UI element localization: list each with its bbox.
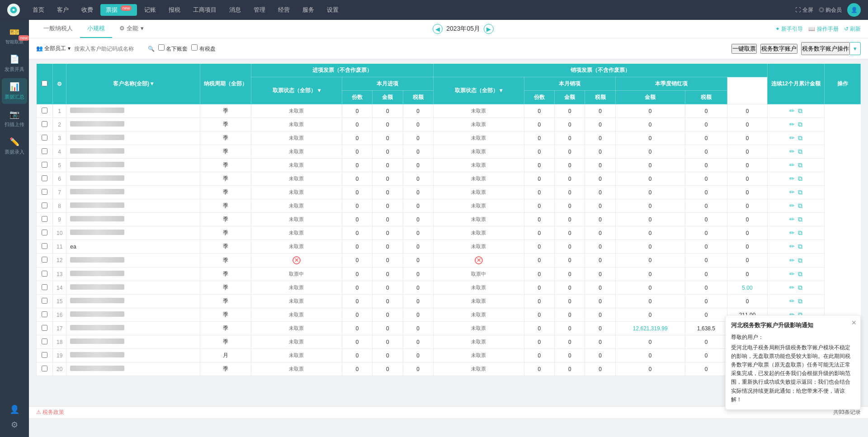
nav-service[interactable]: 服务 [297,4,320,16]
new-guide-btn[interactable]: ✦ 新手引导 [775,25,803,33]
row-checkbox[interactable] [42,338,47,344]
row-checkbox[interactable] [42,175,47,181]
row-checkbox[interactable] [42,135,47,141]
row-checkbox[interactable] [42,325,47,331]
edit-btn[interactable]: ✏ [789,188,795,196]
copy-btn[interactable]: ⧉ [798,161,802,169]
tax-policy-link[interactable]: ⚠ 税务政策 [36,409,64,416]
search-input[interactable] [74,46,146,52]
user-avatar[interactable]: 👤 [847,3,861,17]
copy-btn[interactable]: ⧉ [798,148,802,155]
copy-btn[interactable]: ⧉ [798,270,802,277]
nav-business[interactable]: 工商项目 [188,4,222,16]
nav-tax[interactable]: 报税 [163,4,186,16]
row-checkbox[interactable] [42,216,47,222]
copy-btn[interactable]: ⧉ [798,107,802,114]
sidebar-item-invoice-entry[interactable]: ✏️ 票据录入 [2,133,27,159]
copy-btn[interactable]: ⧉ [798,297,802,305]
sidebar-settings-btn[interactable]: ⚙ [11,420,18,430]
period-prev-btn[interactable]: ◀ [433,24,443,34]
sidebar-item-invoice-summary[interactable]: 📊 票据汇总 [2,78,27,104]
nav-home[interactable]: 首页 [27,4,50,16]
manual-btn[interactable]: 📖 操作手册 [808,25,838,33]
row-in-amount: 0 [373,349,403,362]
row-checkbox[interactable] [42,311,47,317]
nav-message[interactable]: 消息 [224,4,246,16]
edit-btn[interactable]: ✏ [789,297,795,305]
row-checkbox[interactable] [42,366,47,371]
nav-invoice[interactable]: 票据 new [100,4,137,16]
search-icon[interactable]: 🔍 [148,46,155,52]
my-account-filter[interactable]: 名下账套 [158,44,188,53]
row-checkbox[interactable] [42,271,47,277]
my-account-checkbox[interactable] [158,44,165,51]
sum12m-link[interactable]: 5.00 [742,285,752,291]
period-next-btn[interactable]: ▶ [484,24,494,34]
row-checkbox[interactable] [42,148,47,154]
copy-btn[interactable]: ⧉ [798,121,802,128]
has-taxdisk-filter[interactable]: 有税盘 [191,44,215,53]
copy-btn[interactable]: ⧉ [798,188,802,196]
row-checkbox[interactable] [42,257,47,263]
tab-small-scale[interactable]: 小规模 [80,20,112,38]
select-all-checkbox[interactable] [42,80,47,86]
nav-manage[interactable]: 管理 [248,4,271,16]
nav-settings[interactable]: 设置 [321,4,344,16]
edit-btn[interactable]: ✏ [789,175,795,182]
nav-operation[interactable]: 经营 [273,4,295,16]
edit-btn[interactable]: ✏ [789,216,795,223]
copy-btn[interactable]: ⧉ [798,243,802,250]
copy-btn[interactable]: ⧉ [798,216,802,223]
copy-btn[interactable]: ⧉ [798,284,802,291]
sidebar-item-smart-ticket[interactable]: 🎫 智能取票 new [2,23,27,49]
row-checkbox[interactable] [42,352,47,358]
sidebar-user-btn[interactable]: 👤 [9,404,19,414]
edit-btn[interactable]: ✏ [789,284,795,291]
copy-btn[interactable]: ⧉ [798,134,802,141]
row-checkbox[interactable] [42,298,47,304]
tab-all-ability[interactable]: ⚙ 全能 ▾ [112,20,151,38]
edit-btn[interactable]: ✏ [789,257,795,264]
member-btn[interactable]: ◎ 购会员 [819,6,842,14]
row-checkbox[interactable] [42,230,47,235]
red-amount-link[interactable]: 12,621,319.99 [633,325,668,332]
row-number: 20 [53,362,66,376]
has-taxdisk-checkbox[interactable] [191,44,198,51]
edit-btn[interactable]: ✏ [789,107,795,114]
row-checkbox[interactable] [42,284,47,290]
digital-account-btn[interactable]: 税务数字账户 [760,44,797,54]
row-checkbox[interactable] [42,243,47,249]
edit-btn[interactable]: ✏ [789,121,795,128]
one-key-ticket-btn[interactable]: 一键取票 [731,44,757,54]
edit-btn[interactable]: ✏ [789,243,795,250]
row-checkbox[interactable] [42,108,47,113]
notification-close-btn[interactable]: ✕ [851,319,857,326]
copy-btn[interactable]: ⧉ [798,175,802,182]
edit-btn[interactable]: ✏ [789,134,795,141]
nav-bookkeeping[interactable]: 记账 [139,4,161,16]
row-checkbox[interactable] [42,162,47,168]
nav-fee[interactable]: 收费 [76,4,99,16]
digital-ops-btn[interactable]: 税务数字账户操作 [801,42,850,55]
sidebar-item-invoice-open[interactable]: 📄 发票开具 [2,51,27,76]
digital-ops-dropdown-btn[interactable]: ▾ [850,42,861,55]
row-checkbox[interactable] [42,121,47,127]
edit-btn[interactable]: ✏ [789,161,795,169]
edit-btn[interactable]: ✏ [789,202,795,209]
tab-general-taxpayer[interactable]: 一般纳税人 [36,20,80,38]
fullscreen-btn[interactable]: ⛶ 全屏 [795,6,813,14]
row-checkbox-cell [37,199,53,213]
edit-btn[interactable]: ✏ [789,229,795,236]
edit-btn[interactable]: ✏ [789,270,795,277]
row-checkbox-cell [37,172,53,186]
staff-select[interactable]: 👥 全部员工 ▾ [36,45,71,52]
sidebar-item-scan-upload[interactable]: 📷 扫描上传 [2,106,27,132]
row-checkbox[interactable] [42,202,47,208]
row-checkbox[interactable] [42,189,47,195]
nav-client[interactable]: 客户 [52,4,74,16]
edit-btn[interactable]: ✏ [789,148,795,155]
copy-btn[interactable]: ⧉ [798,229,802,236]
copy-btn[interactable]: ⧉ [798,202,802,209]
refresh-btn[interactable]: ↺ 刷新 [844,25,861,33]
copy-btn[interactable]: ⧉ [798,257,802,264]
